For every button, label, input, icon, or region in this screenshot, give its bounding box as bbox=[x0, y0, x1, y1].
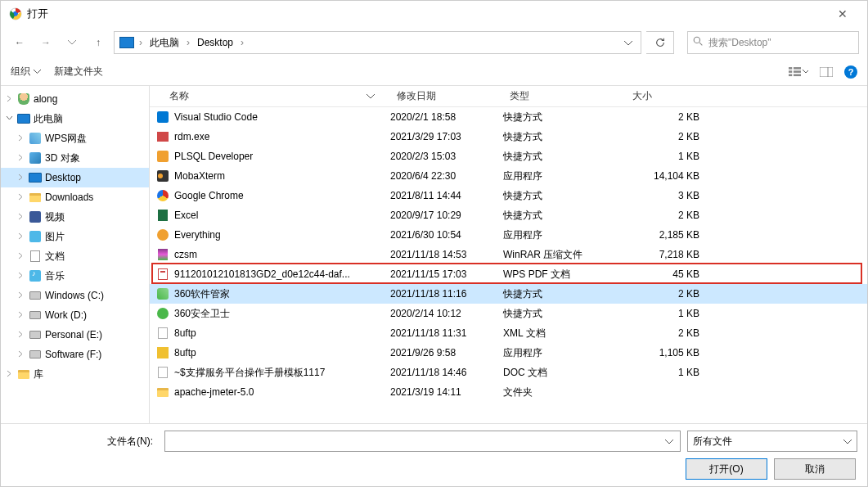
folder-icon bbox=[28, 191, 43, 204]
chevron-right-icon[interactable] bbox=[16, 193, 25, 202]
file-row[interactable]: Excel2020/9/17 10:29快捷方式2 KB bbox=[150, 205, 867, 225]
file-date: 2021/11/18 14:46 bbox=[390, 367, 503, 378]
column-size[interactable]: 大小 bbox=[626, 89, 713, 103]
chevron-right-icon[interactable] bbox=[16, 134, 25, 143]
sidebar-item-label: 图片 bbox=[45, 230, 65, 244]
file-row[interactable]: 360软件管家2021/11/18 11:16快捷方式2 KB bbox=[150, 284, 867, 304]
sidebar-item-图片[interactable]: 图片 bbox=[1, 227, 149, 246]
cancel-button[interactable]: 取消 bbox=[774, 458, 856, 480]
sidebar-item-3D 对象[interactable]: 3D 对象 bbox=[1, 148, 149, 168]
organize-button[interactable]: 组织 bbox=[11, 65, 41, 79]
chevron-right-icon[interactable] bbox=[4, 95, 14, 104]
sidebar-item-Desktop[interactable]: Desktop bbox=[1, 168, 149, 187]
filename-label: 文件名(N): bbox=[11, 435, 158, 449]
address-bar[interactable]: › 此电脑 › Desktop › bbox=[114, 31, 641, 54]
address-history-dropdown[interactable] bbox=[621, 37, 636, 48]
chevron-right-icon[interactable] bbox=[16, 350, 25, 359]
sidebar-item-label: 视频 bbox=[45, 210, 65, 224]
file-row[interactable]: 8uftp2021/9/26 9:58应用程序1,105 KB bbox=[150, 343, 867, 363]
file-row[interactable]: Everything2021/6/30 10:54应用程序2,185 KB bbox=[150, 225, 867, 245]
file-type: XML 文档 bbox=[503, 327, 626, 340]
file-row[interactable]: Visual Studio Code2020/2/1 18:58快捷方式2 KB bbox=[150, 107, 867, 127]
recent-dropdown[interactable] bbox=[61, 32, 83, 53]
svg-rect-8 bbox=[789, 74, 792, 76]
filename-input[interactable] bbox=[164, 431, 681, 452]
sidebar-item-视频[interactable]: 视频 bbox=[1, 207, 149, 227]
360-icon bbox=[156, 287, 169, 300]
file-type: 快捷方式 bbox=[503, 209, 626, 223]
file-size: 2 KB bbox=[626, 288, 713, 300]
sidebar-item-along[interactable]: along bbox=[1, 89, 149, 109]
chevron-right-icon[interactable] bbox=[16, 213, 25, 222]
file-size: 2 KB bbox=[626, 111, 713, 123]
file-row[interactable]: ~$支撑服务平台操作手册模板11172021/11/18 14:46DOC 文档… bbox=[150, 363, 867, 382]
column-type[interactable]: 类型 bbox=[503, 89, 626, 103]
search-input[interactable]: 搜索"Desktop" bbox=[687, 31, 859, 54]
file-row[interactable]: rdm.exe2021/3/29 17:03快捷方式2 KB bbox=[150, 127, 867, 147]
folder-icon bbox=[16, 368, 31, 381]
file-row[interactable]: Google Chrome2021/8/11 14:44快捷方式3 KB bbox=[150, 186, 867, 205]
file-date: 2021/6/30 10:54 bbox=[390, 229, 503, 241]
wps-icon bbox=[28, 132, 43, 145]
chevron-right-icon[interactable] bbox=[16, 291, 25, 300]
list-body[interactable]: Visual Studio Code2020/2/1 18:58快捷方式2 KB… bbox=[150, 107, 867, 423]
sidebar-item-库[interactable]: 库 bbox=[1, 364, 149, 384]
open-button[interactable]: 打开(O) bbox=[686, 458, 767, 480]
refresh-button[interactable] bbox=[646, 31, 674, 54]
file-row[interactable]: MobaXterm2020/6/4 22:30应用程序14,104 KB bbox=[150, 166, 867, 186]
file-filter-select[interactable]: 所有文件 bbox=[687, 431, 857, 452]
back-button[interactable]: ← bbox=[9, 32, 30, 53]
chrome-icon bbox=[156, 189, 169, 202]
view-options-button[interactable] bbox=[789, 64, 808, 80]
sidebar-item-音乐[interactable]: 音乐 bbox=[1, 266, 149, 286]
close-button[interactable]: ✕ bbox=[826, 7, 859, 20]
sidebar-item-label: Windows (C:) bbox=[45, 290, 104, 301]
breadcrumb-root[interactable]: 此电脑 bbox=[147, 36, 182, 50]
filename-history-dropdown[interactable] bbox=[662, 435, 677, 447]
chevron-right-icon[interactable] bbox=[16, 252, 25, 261]
sidebar-item-WPS网盘[interactable]: WPS网盘 bbox=[1, 129, 149, 148]
column-name[interactable]: 名称 bbox=[150, 89, 390, 103]
chevron-right-icon[interactable] bbox=[16, 331, 25, 340]
sidebar-item-Software (F:)[interactable]: Software (F:) bbox=[1, 345, 149, 364]
file-row[interactable]: 360安全卫士2020/2/14 10:12快捷方式1 KB bbox=[150, 304, 867, 323]
column-date[interactable]: 修改日期 bbox=[390, 89, 503, 103]
chevron-right-icon[interactable] bbox=[16, 272, 25, 281]
chevron-right-icon[interactable] bbox=[4, 370, 14, 379]
up-button[interactable]: ↑ bbox=[88, 32, 109, 53]
help-button[interactable]: ? bbox=[844, 65, 857, 79]
sidebar-item-Windows (C:)[interactable]: Windows (C:) bbox=[1, 286, 149, 305]
drive-icon bbox=[28, 309, 43, 322]
chevron-right-icon[interactable] bbox=[16, 232, 25, 241]
file-row[interactable]: 911201012101813GD2_d0e12c44-daf...2021/1… bbox=[150, 264, 867, 284]
chrome-icon bbox=[9, 7, 22, 20]
sidebar-item-Work (D:)[interactable]: Work (D:) bbox=[1, 305, 149, 325]
sidebar-item-Downloads[interactable]: Downloads bbox=[1, 187, 149, 207]
file-name: 8uftp bbox=[174, 327, 196, 339]
file-row[interactable]: PLSQL Developer2020/2/3 15:03快捷方式1 KB bbox=[150, 147, 867, 166]
sidebar-item-文档[interactable]: 文档 bbox=[1, 246, 149, 266]
file-name: Google Chrome bbox=[174, 190, 244, 201]
preview-pane-button[interactable] bbox=[816, 64, 836, 80]
breadcrumb-sep: › bbox=[185, 37, 191, 48]
file-name: ~$支撑服务平台操作手册模板1117 bbox=[174, 366, 325, 380]
doc-icon bbox=[28, 250, 43, 263]
chevron-right-icon[interactable] bbox=[16, 174, 25, 183]
file-size: 2,185 KB bbox=[626, 229, 713, 241]
file-type: 应用程序 bbox=[503, 346, 626, 360]
file-row[interactable]: apache-jmeter-5.02021/3/19 14:11文件夹 bbox=[150, 382, 867, 402]
chevron-right-icon[interactable] bbox=[16, 154, 25, 163]
file-row[interactable]: czsm2021/11/18 14:53WinRAR 压缩文件7,218 KB bbox=[150, 245, 867, 264]
file-date: 2021/11/18 14:53 bbox=[390, 249, 503, 260]
sidebar-item-Personal (E:)[interactable]: Personal (E:) bbox=[1, 325, 149, 345]
file-type: 快捷方式 bbox=[503, 110, 626, 124]
new-folder-button[interactable]: 新建文件夹 bbox=[54, 65, 103, 79]
forward-button[interactable]: → bbox=[35, 32, 56, 53]
titlebar: 打开 ✕ bbox=[1, 1, 867, 27]
chevron-right-icon[interactable] bbox=[16, 311, 25, 320]
file-row[interactable]: 8uftp2021/11/18 11:31XML 文档2 KB bbox=[150, 323, 867, 343]
sidebar: along此电脑WPS网盘3D 对象DesktopDownloads视频图片文档… bbox=[1, 86, 150, 423]
breadcrumb-folder[interactable]: Desktop bbox=[195, 37, 236, 48]
sidebar-item-此电脑[interactable]: 此电脑 bbox=[1, 109, 149, 129]
chevron-down-icon[interactable] bbox=[4, 115, 14, 124]
